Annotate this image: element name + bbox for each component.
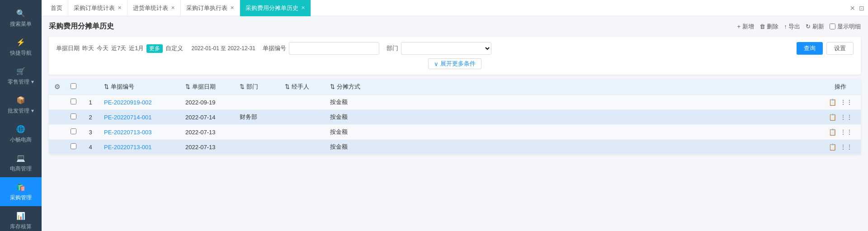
sort-handler-icon[interactable]: ⇅ xyxy=(285,83,290,90)
row-dept-0 xyxy=(235,95,280,110)
tab-purchase-cost-split[interactable]: 采购费用分摊单历史 ✕ xyxy=(240,0,311,16)
sidebar: 🔍 搜索菜单 ⚡ 快捷导航 🛒 零售管理 ▾ 📦 批发管理 ▾ 🌐 小畅电商 💻… xyxy=(0,0,42,231)
expand-more-button[interactable]: ∨ 展开更多条件 xyxy=(428,58,481,69)
filter-docno-input[interactable] xyxy=(289,42,379,55)
row-doc-no-0: PE-20220919-002 xyxy=(99,95,181,110)
shortcut-more[interactable]: 更多 xyxy=(146,44,163,53)
export-button[interactable]: ↑ 导出 xyxy=(784,23,800,31)
col-header-date: ⇅ 单据日期 xyxy=(181,79,235,95)
show-columns-checkbox[interactable]: 显示明细 xyxy=(830,23,861,31)
close-tab-purchase-goods-stat[interactable]: ✕ xyxy=(171,5,175,11)
row-more-icon-3[interactable]: ⋮⋮ xyxy=(840,143,853,151)
page-header: 采购费用分摊单历史 + 新增 🗑 删除 ↑ 导出 ↻ 刷新 显示明细 xyxy=(49,22,861,31)
row-dept-3 xyxy=(235,140,280,155)
shortcut-yesterday[interactable]: 昨天 xyxy=(82,44,94,52)
tab-purchase-goods-stat[interactable]: 进货单统计表 ✕ xyxy=(127,0,181,16)
refresh-button[interactable]: ↻ 刷新 xyxy=(806,23,824,31)
row-action-1: 📋 ⋮⋮ xyxy=(820,110,861,125)
sidebar-item-ecom[interactable]: 💻 电商管理 xyxy=(0,148,42,177)
row-handler-1 xyxy=(280,110,326,125)
sidebar-item-purchase[interactable]: 🛍️ 采购管理 xyxy=(0,177,42,206)
sidebar-item-retail[interactable]: 🛒 零售管理 ▾ xyxy=(0,61,42,90)
shortcut-last1m[interactable]: 近1月 xyxy=(129,44,144,52)
tab-home[interactable]: 首页 xyxy=(45,0,68,16)
row-date-2: 2022-07-13 xyxy=(181,125,235,140)
row-more-icon-1[interactable]: ⋮⋮ xyxy=(840,113,853,121)
filter-date-label: 单据日期 xyxy=(56,44,80,52)
filter-row: 单据日期 昨天 今天 近7天 近1月 更多 自定义 2022-01-01 至 2… xyxy=(56,42,854,55)
tab-bar: 首页 采购订单统计表 ✕ 进货单统计表 ✕ 采购订单执行表 ✕ 采购费用分摊单历… xyxy=(42,0,868,16)
row-more-icon-0[interactable]: ⋮⋮ xyxy=(840,99,853,106)
shortcut-today[interactable]: 今天 xyxy=(97,44,108,52)
doc-no-link-3[interactable]: PE-20220713-001 xyxy=(104,144,152,151)
setting-button[interactable]: 设置 xyxy=(826,42,854,55)
filter-dept-item: 部门 xyxy=(387,42,491,55)
row-select-0[interactable] xyxy=(71,99,76,104)
row-settings-3 xyxy=(49,140,65,155)
expand-more-row: ∨ 展开更多条件 xyxy=(56,58,854,69)
sidebar-item-wholesale[interactable]: 📦 批发管理 ▾ xyxy=(0,90,42,119)
query-button[interactable]: 查询 xyxy=(797,42,823,55)
row-date-0: 2022-09-19 xyxy=(181,95,235,110)
shortcut-last7[interactable]: 近7天 xyxy=(111,44,126,52)
row-handler-3 xyxy=(280,140,326,155)
ecom-small-icon: 🌐 xyxy=(2,124,40,135)
content-area: 采购费用分摊单历史 + 新增 🗑 删除 ↑ 导出 ↻ 刷新 显示明细 xyxy=(42,16,868,231)
row-action-icons-3: 📋 ⋮⋮ xyxy=(825,143,856,151)
row-edit-icon-1[interactable]: 📋 xyxy=(829,113,836,121)
sort-doc-no-icon[interactable]: ⇅ xyxy=(104,83,109,90)
close-tab-purchase-order-stat[interactable]: ✕ xyxy=(118,5,122,11)
delete-button[interactable]: 🗑 删除 xyxy=(760,23,779,31)
close-tab-purchase-order-exec[interactable]: ✕ xyxy=(230,5,234,11)
close-tab-purchase-cost-split[interactable]: ✕ xyxy=(301,5,305,11)
row-edit-icon-3[interactable]: 📋 xyxy=(829,143,836,151)
row-index-0: 1 xyxy=(81,95,99,110)
row-more-icon-2[interactable]: ⋮⋮ xyxy=(840,128,853,136)
row-checkbox-2[interactable] xyxy=(65,125,81,140)
sort-method-icon[interactable]: ⇅ xyxy=(330,83,335,90)
row-method-0: 按金额 xyxy=(326,95,820,110)
row-edit-icon-2[interactable]: 📋 xyxy=(829,128,836,136)
row-action-2: 📋 ⋮⋮ xyxy=(820,125,861,140)
row-checkbox-1[interactable] xyxy=(65,110,81,125)
row-action-3: 📋 ⋮⋮ xyxy=(820,140,861,155)
filter-date-shortcuts: 昨天 今天 近7天 近1月 更多 自定义 xyxy=(82,44,183,53)
close-all-tabs-icon[interactable]: ✕ xyxy=(850,5,855,12)
row-checkbox-3[interactable] xyxy=(65,140,81,155)
sort-dept-icon[interactable]: ⇅ xyxy=(240,83,245,90)
table-row: 4 PE-20220713-001 2022-07-13 按金额 📋 ⋮⋮ xyxy=(49,140,861,155)
row-settings-2 xyxy=(49,125,65,140)
row-checkbox-0[interactable] xyxy=(65,95,81,110)
filter-dept-select[interactable] xyxy=(401,42,491,55)
table-row: 2 PE-20220714-001 2022-07-14 财务部 按金额 📋 ⋮… xyxy=(49,110,861,125)
restore-tab-icon[interactable]: ⊡ xyxy=(859,5,864,12)
select-all-checkbox[interactable] xyxy=(71,83,76,89)
row-action-0: 📋 ⋮⋮ xyxy=(820,95,861,110)
sort-date-icon[interactable]: ⇅ xyxy=(185,83,190,90)
shortcut-custom[interactable]: 自定义 xyxy=(165,44,183,52)
row-action-icons-1: 📋 ⋮⋮ xyxy=(825,113,856,121)
row-select-1[interactable] xyxy=(71,113,76,119)
sidebar-item-inventory[interactable]: 📊 库存核算 xyxy=(0,206,42,231)
table-header-row: ⚙ ⇅ 单据编号 ⇅ 单据日期 xyxy=(49,79,861,95)
sidebar-item-ecom-small[interactable]: 🌐 小畅电商 xyxy=(0,119,42,148)
add-button[interactable]: + 新增 xyxy=(737,23,754,31)
filter-docno-item: 单据编号 xyxy=(263,42,379,55)
doc-no-link-0[interactable]: PE-20220919-002 xyxy=(104,99,152,106)
gear-icon[interactable]: ⚙ xyxy=(54,83,60,90)
row-dept-2 xyxy=(235,125,280,140)
tab-purchase-order-stat[interactable]: 采购订单统计表 ✕ xyxy=(68,0,127,16)
row-select-3[interactable] xyxy=(71,143,76,149)
show-columns-input[interactable] xyxy=(830,24,835,29)
shortcut-icon: ⚡ xyxy=(2,37,40,48)
sidebar-item-search[interactable]: 🔍 搜索菜单 xyxy=(0,4,42,33)
inventory-icon: 📊 xyxy=(2,211,40,222)
col-header-index xyxy=(81,79,99,95)
row-select-2[interactable] xyxy=(71,128,76,134)
doc-no-link-1[interactable]: PE-20220714-001 xyxy=(104,114,152,121)
sidebar-item-shortcut[interactable]: ⚡ 快捷导航 xyxy=(0,33,42,61)
row-edit-icon-0[interactable]: 📋 xyxy=(829,99,836,106)
doc-no-link-2[interactable]: PE-20220713-003 xyxy=(104,129,152,136)
tab-purchase-order-exec[interactable]: 采购订单执行表 ✕ xyxy=(181,0,240,16)
filter-bar: 单据日期 昨天 今天 近7天 近1月 更多 自定义 2022-01-01 至 2… xyxy=(49,37,861,75)
